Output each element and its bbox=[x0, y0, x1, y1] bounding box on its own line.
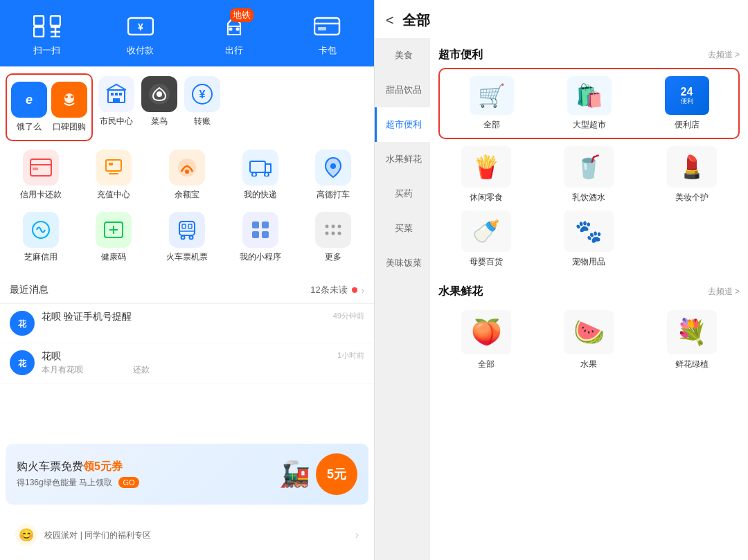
subcat-snacks[interactable]: 🍟 休闲零食 bbox=[438, 146, 534, 204]
subcat-all[interactable]: 🛒 全部 bbox=[445, 76, 537, 131]
express-label: 我的快递 bbox=[244, 189, 277, 201]
miniapp-label: 我的小程序 bbox=[240, 251, 281, 263]
main-content: 超市便利 去频道 > 🛒 全部 🛍️ 大型超市 24 bbox=[430, 38, 748, 560]
city-icon bbox=[105, 83, 127, 105]
flowers-img: 💐 bbox=[667, 310, 717, 354]
cat-meishi[interactable]: 美食 bbox=[375, 38, 430, 73]
subcat-convenience[interactable]: 24 便利 便利店 bbox=[641, 76, 733, 131]
drinks-label: 乳饮酒水 bbox=[572, 192, 605, 204]
pet-img: 🐾 bbox=[564, 210, 614, 252]
eleme-icon: e bbox=[17, 88, 41, 111]
svg-point-50 bbox=[181, 236, 184, 240]
recharge-icon bbox=[103, 157, 124, 178]
subcat-convenience-label: 便利店 bbox=[675, 119, 700, 131]
fruit-all[interactable]: 🍑 全部 bbox=[438, 310, 534, 370]
section1-link[interactable]: 去频道 > bbox=[708, 49, 740, 61]
fruit-img: 🍉 bbox=[564, 310, 614, 354]
payment-label: 收付款 bbox=[127, 44, 154, 57]
svg-text:花: 花 bbox=[17, 319, 27, 329]
svg-rect-22 bbox=[111, 93, 114, 96]
promo-go-btn[interactable]: GO bbox=[118, 477, 139, 488]
fruit-row: 🍑 全部 🍉 水果 💐 鲜花绿植 bbox=[438, 305, 740, 376]
train-icon bbox=[177, 219, 197, 241]
subway-badge: 地铁 bbox=[230, 8, 253, 22]
fruit-fruit[interactable]: 🍉 水果 bbox=[541, 310, 636, 370]
msg-title-1: 花呗 验证手机号提醒 bbox=[42, 311, 326, 323]
snacks-label: 休闲零食 bbox=[470, 192, 503, 204]
subcat-pet[interactable]: 🐾 宠物用品 bbox=[541, 210, 636, 268]
msg-content-2: 花呗 本月有花呗 还款 bbox=[42, 350, 330, 376]
promo-banner[interactable]: 购火车票免费领5元券 得136g绿色能量 马上领取 GO 🚂 5元 bbox=[6, 444, 368, 505]
svg-rect-1 bbox=[51, 16, 60, 26]
section2-link[interactable]: 去频道 > bbox=[708, 286, 740, 298]
apps-row2: 信用卡还款 充值中心 余额宝 bbox=[0, 144, 374, 206]
badge-24: 24 便利 bbox=[665, 76, 709, 115]
app-city-label: 市民中心 bbox=[100, 116, 133, 127]
bottom-card-title: 校园派对 bbox=[44, 530, 78, 540]
app-sesame[interactable]: 芝麻信用 bbox=[6, 209, 76, 266]
card-label: 卡包 bbox=[319, 44, 337, 57]
back-button[interactable]: < bbox=[386, 12, 394, 28]
yuebao-label: 余额宝 bbox=[175, 189, 199, 201]
cat-fruit[interactable]: 水果鲜花 bbox=[375, 142, 430, 177]
section1-title: 超市便利 bbox=[438, 48, 483, 62]
train-emoji: 🚂 bbox=[279, 460, 310, 489]
baby-img: 🍼 bbox=[461, 210, 511, 252]
app-health[interactable]: 健康码 bbox=[79, 209, 150, 266]
message-item-1[interactable]: 花 花呗 验证手机号提醒 49分钟前 bbox=[0, 304, 374, 343]
more-icon bbox=[323, 219, 344, 240]
cat-sweet[interactable]: 甜品饮品 bbox=[375, 73, 430, 107]
app-eleme[interactable]: e 饿了么 bbox=[10, 79, 48, 136]
msg-icon-1: 花 bbox=[10, 311, 35, 336]
card-icon bbox=[314, 15, 341, 37]
subcat-beauty[interactable]: 💄 美妆个护 bbox=[644, 146, 740, 204]
unread-count: 12条未读 bbox=[310, 284, 347, 296]
svg-point-19 bbox=[65, 96, 68, 98]
svg-point-39 bbox=[252, 172, 256, 177]
app-express[interactable]: 我的快递 bbox=[225, 147, 296, 204]
fruit-flowers[interactable]: 💐 鲜花绿植 bbox=[644, 310, 740, 370]
yuebao-icon bbox=[176, 156, 198, 179]
app-koubei[interactable]: 口碑团购 bbox=[50, 79, 89, 136]
top-bar-card[interactable]: 卡包 bbox=[311, 12, 344, 57]
beauty-img: 💄 bbox=[667, 146, 717, 188]
app-creditcard[interactable]: 信用卡还款 bbox=[6, 147, 76, 204]
messages-header-right[interactable]: 12条未读 › bbox=[310, 284, 364, 296]
subcat-drinks[interactable]: 🥤 乳饮酒水 bbox=[541, 146, 636, 204]
scan-icon bbox=[33, 15, 61, 37]
subcat-large-super[interactable]: 🛍️ 大型超市 bbox=[543, 76, 635, 131]
cat-supermarket[interactable]: 超市便利 bbox=[375, 107, 430, 142]
cat-medicine[interactable]: 买药 bbox=[375, 177, 430, 211]
pet-label: 宠物用品 bbox=[572, 256, 605, 268]
app-train[interactable]: 火车票机票 bbox=[152, 209, 222, 266]
top-bar: 扫一扫 ¥ 收付款 地铁 出行 bbox=[0, 0, 374, 66]
messages-area: 最近消息 12条未读 › 花 花呗 验证手机号提醒 49分钟前 bbox=[0, 277, 374, 438]
bottom-card[interactable]: 😊 校园派对 | 同学们的福利专区 › bbox=[6, 516, 368, 554]
svg-text:e: e bbox=[26, 93, 33, 107]
app-yuebao[interactable]: 余额宝 bbox=[152, 147, 222, 204]
top-bar-travel[interactable]: 地铁 出行 bbox=[217, 12, 251, 57]
app-city[interactable]: 市民中心 bbox=[97, 73, 136, 141]
subcat-baby[interactable]: 🍼 母婴百货 bbox=[438, 210, 534, 268]
app-recharge[interactable]: 充值中心 bbox=[79, 147, 150, 204]
svg-point-57 bbox=[332, 225, 335, 228]
subcat-all-img: 🛒 bbox=[470, 76, 514, 115]
category-sidebar: 美食 甜品饮品 超市便利 水果鲜花 买药 买菜 美味饭菜 bbox=[375, 38, 430, 560]
highlighted-apps: e 饿了么 口碑团购 bbox=[6, 73, 93, 141]
app-eleme-label: 饿了么 bbox=[17, 121, 42, 133]
top-bar-payment[interactable]: ¥ 收付款 bbox=[124, 12, 157, 57]
app-cainiao[interactable]: 菜鸟 bbox=[140, 73, 179, 141]
top-bar-scan[interactable]: 扫一扫 bbox=[30, 12, 64, 57]
app-more[interactable]: 更多 bbox=[298, 209, 368, 266]
svg-point-40 bbox=[265, 172, 269, 177]
cat-vegetables[interactable]: 买菜 bbox=[375, 211, 430, 246]
app-gaode[interactable]: 高德打车 bbox=[298, 147, 368, 204]
app-transfer[interactable]: ¥ 转账 bbox=[183, 73, 222, 141]
health-label: 健康码 bbox=[101, 251, 126, 263]
svg-text:¥: ¥ bbox=[199, 89, 206, 100]
cat-food[interactable]: 美味饭菜 bbox=[375, 246, 430, 280]
subcat-large-img: 🛍️ bbox=[567, 76, 612, 115]
svg-rect-53 bbox=[262, 222, 269, 228]
app-miniapp[interactable]: 我的小程序 bbox=[225, 209, 296, 266]
message-item-2[interactable]: 花 花呗 本月有花呗 还款 1小时前 bbox=[0, 343, 374, 383]
